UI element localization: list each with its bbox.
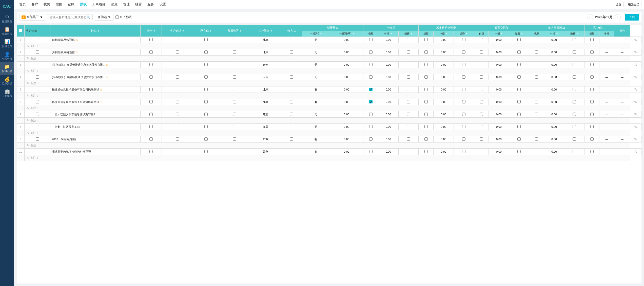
edit-icon[interactable]: ✎ — [634, 125, 637, 129]
edu-declare-cell — [509, 74, 529, 80]
nav-message[interactable]: 消息 — [108, 0, 120, 9]
row-select-checkbox[interactable] — [36, 137, 39, 141]
edit-icon[interactable]: ✎ — [634, 75, 637, 79]
th-city-pay: 缴费 ▼ — [454, 31, 474, 37]
row-select-checkbox[interactable] — [36, 88, 39, 91]
download-button[interactable]: 下载 — [625, 14, 639, 21]
note-pencil-icon[interactable]: ✎ — [27, 82, 29, 85]
edu-pay-cell — [529, 74, 544, 80]
edu-pay-cell — [529, 124, 544, 130]
chaoshui-cell — [141, 111, 162, 118]
vat-declare-cell — [398, 124, 419, 130]
th-stamp-declare: 申报 — [599, 31, 614, 37]
select-all-checkbox[interactable] — [19, 29, 22, 32]
sidebar-item-personal-tax[interactable]: 👤 个税申报 — [0, 50, 14, 62]
row-checkbox-cell — [25, 37, 50, 43]
vat-amount-cell: 0.00 — [378, 136, 398, 142]
warning-icon: ⚠ — [100, 100, 102, 103]
note-pencil-icon[interactable]: ✎ — [27, 69, 29, 72]
stamp-declare-cell: — — [614, 86, 630, 93]
city-pay-cell — [474, 149, 489, 155]
nav-settings[interactable]: 设置 — [157, 0, 169, 9]
note-pencil-icon[interactable]: ✎ — [27, 156, 29, 159]
local-declare-cell — [564, 74, 584, 80]
edit-icon[interactable]: ✎ — [634, 63, 637, 67]
annual-declare-cell — [363, 49, 378, 56]
note-pencil-icon[interactable]: ✎ — [27, 94, 29, 97]
th-edu-declare: 申报 ▼ — [489, 31, 509, 37]
edit-icon[interactable]: ✎ — [634, 150, 637, 154]
nav-home[interactable]: 首页 — [17, 0, 28, 9]
customer-name-cell: （勿删）江西股宝-LSS — [50, 124, 141, 130]
value-cell: 0.00 — [330, 124, 363, 130]
filter-button[interactable]: ⊟ 筛选 ▼ — [95, 14, 113, 21]
note-pencil-icon[interactable]: ✎ — [27, 131, 29, 134]
edu-declare-cell — [509, 37, 529, 43]
checkbox-label[interactable]: 名下标表 — [115, 15, 132, 19]
next-month-button[interactable]: › — [615, 14, 621, 20]
note-pencil-icon[interactable]: ✎ — [27, 44, 29, 47]
row-select-checkbox[interactable] — [36, 125, 39, 128]
row-select-checkbox[interactable] — [36, 113, 39, 116]
employee-filter-select[interactable]: 全 全部员工 ▼ — [19, 14, 45, 21]
nav-customer[interactable]: 客户 — [29, 0, 41, 9]
sidebar-item-tax-overview[interactable]: 📊 报税总览 — [0, 38, 14, 50]
nav-billing[interactable]: 收费 — [41, 0, 53, 9]
prev-month-button[interactable]: ‹ — [587, 14, 593, 20]
row-select-checkbox[interactable] — [36, 150, 39, 153]
tax-settings-icon: ⚙ — [5, 15, 9, 19]
edit-icon[interactable]: ✎ — [634, 137, 637, 141]
sidebar-item-batch-tax[interactable]: 📋 批量报税 — [0, 25, 14, 38]
local-amount-cell: 0.00 — [544, 86, 564, 93]
note-pencil-icon[interactable]: ✎ — [27, 57, 29, 60]
vat-declare-cell — [398, 99, 419, 105]
edit-icon[interactable]: ✎ — [634, 100, 637, 104]
sidebar-item-annual-settlement[interactable]: 💰 汇算清缴 — [0, 75, 14, 87]
edit-cell: ✎ — [630, 74, 641, 80]
nav-operation[interactable]: 经营 — [133, 0, 144, 9]
vip-button[interactable]: 稻壳会员 — [626, 2, 641, 7]
edit-icon[interactable]: ✎ — [634, 87, 637, 92]
note-pencil-icon[interactable]: ✎ — [27, 106, 29, 110]
logo-text: CANI — [3, 4, 11, 8]
edit-icon[interactable]: ✎ — [634, 50, 637, 54]
note-pencil-icon[interactable]: ✎ — [27, 119, 29, 122]
row-select-checkbox[interactable] — [36, 100, 39, 103]
note-row: ✎ 备注： — [17, 80, 641, 86]
stamp-amount-cell: — — [599, 136, 614, 142]
nav-accounting[interactable]: 记账 — [65, 0, 77, 9]
note-pencil-icon[interactable]: ✎ — [27, 144, 29, 147]
income-cell: 无 — [302, 111, 330, 118]
sidebar-item-tax-records[interactable]: 📁 报税记录 — [0, 62, 14, 75]
nav-business[interactable]: 工商项目 — [90, 0, 108, 9]
fullscreen-button[interactable]: 全屏 — [614, 2, 624, 7]
edit-icon[interactable]: ✎ — [634, 112, 637, 116]
region-cell: 云南 — [250, 62, 281, 68]
sidebar-item-annual-report[interactable]: 🏢 工商年报 — [0, 87, 14, 100]
row-select-checkbox[interactable] — [36, 50, 39, 54]
edit-icon[interactable]: ✎ — [634, 38, 637, 42]
filter-icon: ⊟ — [97, 15, 100, 19]
row-select-checkbox[interactable] — [36, 38, 39, 41]
note-row: ✎ 备注： — [17, 43, 641, 49]
search-input[interactable] — [49, 15, 86, 19]
nav-invoice[interactable]: 票据 — [53, 0, 65, 9]
row-select-checkbox[interactable] — [36, 75, 39, 79]
row-number: 5 — [17, 86, 25, 93]
search-icon: 🔍 — [87, 15, 90, 19]
note-cell: ✎ 备注： — [25, 56, 630, 62]
th-operation: 操作 — [614, 25, 630, 37]
customer-name-cell: 畅捷通信息技术股份有限公司民珠测试⚠ — [50, 99, 141, 105]
value-cell: 0.00 — [330, 62, 363, 68]
row-select-checkbox[interactable] — [36, 63, 39, 66]
sidebar-item-tax-settings[interactable]: ⚙ 报税设置 — [0, 13, 14, 25]
local-pay-cell — [584, 149, 599, 155]
personal-tax-icon: 👤 — [4, 52, 10, 57]
city-declare-cell — [454, 99, 474, 105]
local-pay-cell — [584, 62, 599, 68]
customer-name-cell: 测试斯赛的凭证打印的时候是否 — [50, 149, 141, 155]
nav-service[interactable]: 服务 — [145, 0, 157, 9]
nav-tax[interactable]: 报税 — [77, 0, 89, 9]
named-table-checkbox[interactable] — [115, 15, 119, 19]
nav-management[interactable]: 管理 — [121, 0, 132, 9]
